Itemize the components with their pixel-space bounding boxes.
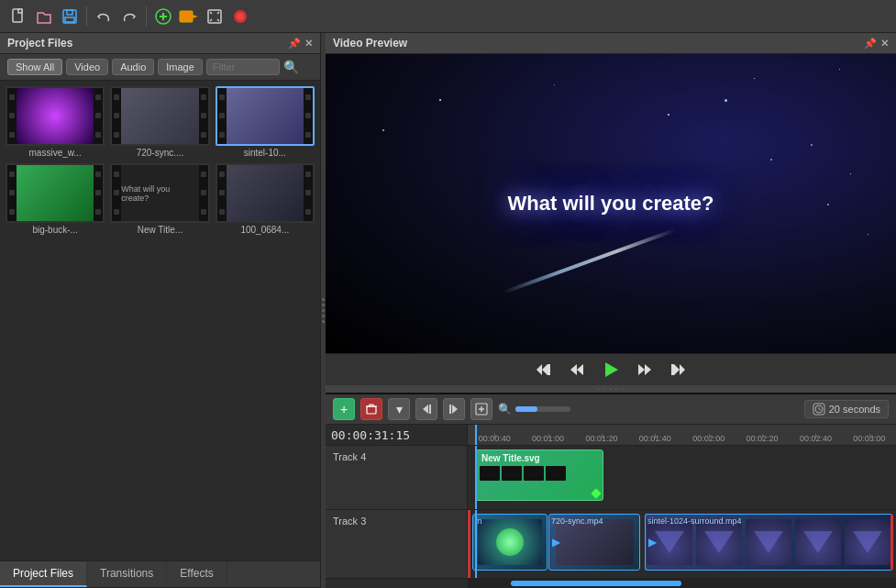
filter-input[interactable] — [206, 59, 280, 75]
rewind-button[interactable] — [568, 361, 586, 378]
time-display: 20 seconds — [804, 400, 889, 418]
timeline: + ▾ 🔍 — [326, 393, 896, 588]
zoom-icon: 🔍 — [498, 403, 512, 416]
zoom-slider[interactable]: 🔍 — [498, 403, 570, 416]
clip-newtitle[interactable]: New Title.svg — [475, 449, 603, 501]
forward-to-end-button[interactable] — [669, 361, 687, 378]
save-file-icon[interactable] — [59, 6, 81, 28]
add-track-button[interactable]: + — [333, 398, 355, 420]
thumb-newtitle-label: New Title... — [110, 225, 209, 235]
timeline-body: 00:00:31:15 00:00:40 00:01:00 0 — [326, 425, 896, 579]
thumb-bigbuck-label: big-buck-... — [6, 225, 105, 235]
thumb-massive[interactable]: massive_w... — [6, 86, 105, 158]
clip-bigbuck-timeline[interactable]: m — [472, 514, 548, 571]
thumb-100[interactable]: 100_0684... — [216, 163, 315, 235]
svg-marker-16 — [605, 362, 618, 377]
dropdown-button[interactable]: ▾ — [388, 398, 410, 420]
video-preview-header: Video Preview 📌 ✕ — [326, 33, 896, 54]
ruler-mark-6: 00:02:40 — [789, 434, 842, 443]
clip-sintel-timeline[interactable]: sintel-1024-surround.mp4 — [645, 514, 893, 571]
ruler-mark-4: 00:02:00 — [682, 434, 736, 443]
ruler-mark-3: 00:01:40 — [628, 434, 681, 443]
undo-icon[interactable] — [93, 6, 115, 28]
svg-rect-26 — [449, 405, 451, 414]
project-files-title: Project Files — [7, 37, 72, 50]
clip-720-label: 720-sync.mp4 — [551, 516, 603, 526]
tab-project-files[interactable]: Project Files — [0, 561, 87, 587]
svg-rect-24 — [429, 405, 431, 414]
track-3-label: Track 3 — [326, 510, 468, 578]
fast-forward-button[interactable] — [636, 361, 654, 378]
video-preview-title: Video Preview — [333, 37, 407, 50]
timecode-display: 00:00:31:15 — [326, 425, 468, 445]
timeline-scrollbar[interactable] — [468, 579, 896, 588]
panel-icon-close[interactable]: ✕ — [304, 38, 313, 50]
preview-pin-icon[interactable]: 📌 — [864, 38, 877, 50]
filter-audio[interactable]: Audio — [112, 59, 154, 75]
svg-marker-15 — [577, 364, 583, 375]
toolbar-separator-2 — [146, 6, 147, 27]
tab-transitions[interactable]: Transitions — [87, 561, 167, 587]
filter-image[interactable]: Image — [158, 59, 203, 75]
svg-rect-3 — [67, 10, 72, 15]
timeline-ruler[interactable]: 00:00:40 00:01:00 00:01:20 00:01:40 — [468, 425, 896, 445]
thumb-newtitle[interactable]: What will you create? New Title... — [110, 163, 209, 235]
new-file-icon[interactable] — [7, 6, 29, 28]
begin-button[interactable] — [415, 398, 437, 420]
ruler-playhead — [475, 425, 477, 445]
svg-marker-23 — [423, 405, 428, 414]
clip-720-timeline[interactable]: 720-sync.mp4 ▶ — [548, 514, 640, 571]
clip-720-arrow: ▶ — [552, 536, 560, 549]
svg-rect-21 — [671, 364, 674, 375]
time-display-value: 20 seconds — [829, 404, 880, 415]
thumbnails-grid: massive_w... 720-sync.... sintel-10... — [0, 81, 320, 560]
fullscreen-icon[interactable] — [204, 6, 226, 28]
thumb-100-label: 100_0684... — [216, 225, 315, 235]
clip-bb-content — [473, 515, 547, 570]
clip-sintel-label: sintel-1024-surround.mp4 — [647, 516, 742, 526]
open-file-icon[interactable] — [33, 6, 55, 28]
thumb-sintel-label: sintel-10... — [216, 148, 315, 158]
main-area: Project Files 📌 ✕ Show All Video Audio I… — [0, 33, 896, 588]
svg-marker-20 — [674, 364, 680, 375]
delete-track-button[interactable] — [360, 398, 382, 420]
left-panel: Project Files 📌 ✕ Show All Video Audio I… — [0, 33, 321, 588]
add-clip-icon[interactable] — [152, 6, 174, 28]
bottom-tabs: Project Files Transitions Effects — [0, 560, 320, 588]
tab-effects[interactable]: Effects — [167, 561, 227, 587]
svg-point-10 — [237, 13, 244, 20]
record-icon[interactable] — [229, 6, 251, 28]
video-controls — [326, 353, 896, 385]
ruler-mark-2: 00:01:20 — [575, 434, 628, 443]
redo-icon[interactable] — [118, 6, 140, 28]
svg-marker-11 — [536, 364, 542, 375]
track-4-row: Track 4 New Title.svg — [326, 446, 896, 510]
filter-clear-icon[interactable]: 🔍 — [283, 60, 299, 74]
panel-icon-pin[interactable]: 📌 — [288, 38, 301, 50]
thumb-sintel10[interactable]: sintel-10... — [216, 86, 315, 158]
timeline-toolbar: + ▾ 🔍 — [326, 394, 896, 425]
timeline-separator[interactable]: · · · · · — [326, 385, 896, 393]
rewind-to-start-button[interactable] — [535, 361, 553, 378]
clip-end-marker — [591, 488, 601, 498]
thumb-720sync[interactable]: 720-sync.... — [110, 86, 209, 158]
filter-video[interactable]: Video — [66, 59, 108, 75]
insert-button[interactable] — [470, 398, 492, 420]
export-icon[interactable] — [178, 6, 200, 28]
thumb-bigbuck[interactable]: big-buck-... — [6, 163, 105, 235]
preview-close-icon[interactable]: ✕ — [880, 38, 889, 50]
clip-sintel-arrow: ▶ — [648, 536, 657, 549]
svg-marker-19 — [680, 364, 685, 375]
filter-bar: Show All Video Audio Image 🔍 — [0, 54, 320, 81]
timeline-scrollbar-thumb[interactable] — [511, 581, 682, 586]
track-4-label: Track 4 — [326, 446, 468, 509]
svg-marker-25 — [452, 405, 458, 414]
project-files-header: Project Files 📌 ✕ — [0, 33, 320, 54]
filter-show-all[interactable]: Show All — [7, 59, 62, 75]
svg-marker-14 — [570, 364, 577, 375]
clip-bb-label: m — [475, 516, 482, 526]
track-3-red-marker — [468, 510, 470, 578]
play-button[interactable] — [601, 360, 621, 380]
end-button[interactable] — [443, 398, 465, 420]
thumb-720-label: 720-sync.... — [110, 148, 209, 158]
